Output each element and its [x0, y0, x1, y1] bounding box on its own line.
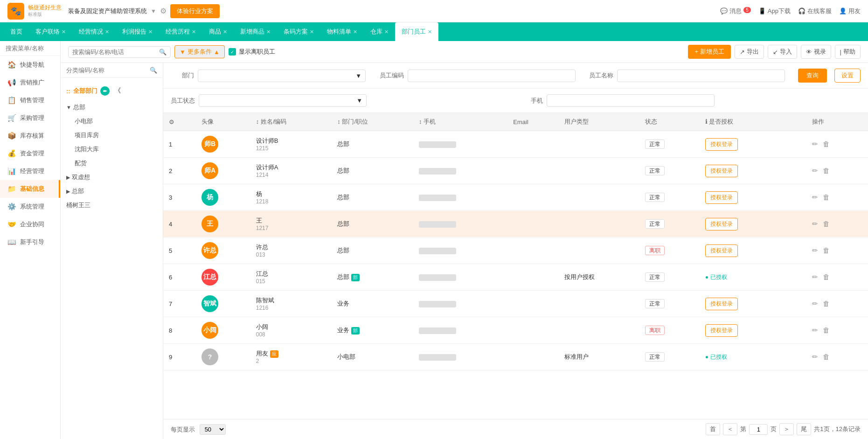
edit-button[interactable]: ✏ — [812, 246, 818, 254]
tab-home[interactable]: 首页 — [4, 22, 29, 41]
app-download-button[interactable]: 📱 App下载 — [758, 7, 791, 15]
tab-profit[interactable]: 利润报告✕ — [116, 22, 159, 41]
experience-button[interactable]: 体验行业方案 — [170, 4, 220, 18]
prev-page-button[interactable]: ＜ — [723, 423, 737, 435]
tab-warehouse[interactable]: 仓库✕ — [364, 22, 395, 41]
tab-bom-close[interactable]: ✕ — [353, 29, 357, 35]
delete-button[interactable]: 🗑 — [823, 167, 830, 174]
tab-new-goods-close[interactable]: ✕ — [266, 29, 271, 35]
edit-button[interactable]: ✏ — [812, 140, 818, 148]
sidebar-item-system[interactable]: ⚙️ 系统管理 — [0, 198, 60, 216]
delete-button[interactable]: 🗑 — [823, 300, 830, 307]
dept-search-icon[interactable]: 🔍 — [150, 67, 157, 74]
help-button[interactable]: | 帮助 — [835, 45, 861, 59]
dept-section-shuangxuxiang-header[interactable]: ▶ 双虚想 — [61, 170, 163, 184]
delete-button[interactable]: 🗑 — [823, 326, 830, 334]
col-settings[interactable]: ⚙ — [163, 113, 196, 131]
edit-button[interactable]: ✏ — [812, 273, 818, 281]
tab-operation-close[interactable]: ✕ — [105, 29, 109, 35]
delete-button[interactable]: 🗑 — [823, 140, 830, 148]
all-dept-item[interactable]: :: 全部部门 ✏ 《 — [61, 82, 163, 100]
auth-login-button[interactable]: 授权登录 — [705, 244, 738, 257]
tab-new-goods[interactable]: 新增商品✕ — [234, 22, 277, 41]
tab-history[interactable]: 经营历程✕ — [159, 22, 202, 41]
dept-filter-select[interactable]: ▼ — [198, 70, 366, 82]
dept-section-zongbu-header[interactable]: ▼ 总部 — [61, 100, 163, 114]
emp-status-select[interactable]: ▼ — [199, 94, 367, 107]
edit-button[interactable]: ✏ — [812, 193, 818, 201]
tab-history-close[interactable]: ✕ — [192, 29, 196, 35]
last-page-button[interactable]: 尾 — [797, 423, 811, 435]
collapse-icon[interactable]: 《 — [112, 85, 123, 97]
setting-button[interactable]: 设置 — [834, 69, 861, 83]
sidebar-item-ops[interactable]: 📊 经营管理 — [0, 162, 60, 180]
tab-goods-close[interactable]: ✕ — [223, 29, 227, 35]
search-input[interactable] — [72, 49, 156, 56]
dept-node-xiangmu[interactable]: 项目库房 — [61, 128, 163, 142]
emp-code-input[interactable] — [408, 70, 576, 82]
dept-node-peihuo[interactable]: 配货 — [61, 156, 163, 170]
tab-goods[interactable]: 商品✕ — [202, 22, 234, 41]
edit-button[interactable]: ✏ — [812, 167, 818, 174]
add-employee-button[interactable]: + 新增员工 — [688, 45, 730, 59]
sidebar-item-collab[interactable]: 🤝 企业协同 — [0, 216, 60, 233]
auth-login-button[interactable]: 授权登录 — [705, 298, 738, 310]
sidebar-item-basic[interactable]: 📁 基础信息 — [0, 180, 60, 198]
dept-section-tongshuwangsan-header[interactable]: 桶树王三 — [61, 198, 163, 212]
filter-button[interactable]: ▼ 更多条件 ▲ — [174, 45, 225, 58]
import-button[interactable]: ↙ 导入 — [768, 45, 797, 59]
delete-button[interactable]: 🗑 — [823, 353, 830, 361]
auth-login-button[interactable]: 授权登录 — [705, 191, 738, 204]
tab-operation[interactable]: 经营情况✕ — [72, 22, 116, 41]
tab-dept-staff-close[interactable]: ✕ — [428, 29, 432, 35]
msg-button[interactable]: 💬 消息 5 — [720, 7, 751, 15]
sidebar-item-quicknav[interactable]: 🏠 快捷导航 — [0, 56, 60, 74]
delete-button[interactable]: 🗑 — [823, 273, 830, 281]
query-button[interactable]: 查询 — [798, 69, 827, 83]
tab-barcode-close[interactable]: ✕ — [310, 29, 314, 35]
edit-dept-icon[interactable]: ✏ — [100, 86, 110, 96]
sidebar-item-sales[interactable]: 📋 销售管理 — [0, 91, 60, 109]
delete-button[interactable]: 🗑 — [823, 246, 830, 254]
page-input[interactable] — [749, 424, 768, 435]
search-icon[interactable]: 🔍 — [159, 49, 167, 56]
phone-input[interactable] — [547, 94, 715, 107]
auth-login-button[interactable]: 授权登录 — [705, 165, 738, 177]
col-name-code[interactable]: ↕ 姓名/编码 — [250, 113, 332, 131]
tab-customer[interactable]: 客户联络✕ — [29, 22, 72, 41]
edit-button[interactable]: ✏ — [812, 220, 818, 228]
dept-node-shenyang[interactable]: 沈阳大库 — [61, 142, 163, 156]
edit-button[interactable]: ✏ — [812, 353, 818, 361]
sidebar-search-input[interactable] — [6, 45, 61, 52]
user-button[interactable]: 👤 用友 — [839, 7, 861, 15]
auth-login-button[interactable]: 授权登录 — [705, 324, 738, 337]
edit-button[interactable]: ✏ — [812, 300, 818, 307]
service-button[interactable]: 🎧 在线客服 — [798, 7, 832, 15]
emp-name-input[interactable] — [617, 70, 785, 82]
sidebar-item-inventory[interactable]: 📦 库存核算 — [0, 127, 60, 145]
col-dept[interactable]: ↕ 部门/职位 — [332, 113, 413, 131]
sys-arrow-icon[interactable]: ▼ — [151, 8, 156, 14]
next-page-button[interactable]: ＞ — [779, 423, 794, 435]
tab-barcode[interactable]: 条码方案✕ — [277, 22, 320, 41]
auth-login-button[interactable]: 授权登录 — [705, 218, 738, 230]
export-button[interactable]: ↗ 导出 — [735, 45, 764, 59]
delete-button[interactable]: 🗑 — [823, 220, 830, 228]
tab-warehouse-close[interactable]: ✕ — [384, 29, 389, 35]
gear-icon[interactable]: ⚙ — [160, 7, 167, 15]
dept-search-input[interactable] — [66, 67, 147, 74]
per-page-select[interactable]: 50 100 — [200, 424, 226, 435]
delete-button[interactable]: 🗑 — [823, 193, 830, 201]
tab-dept-staff[interactable]: 部门员工✕ — [395, 22, 438, 41]
sidebar-item-marketing[interactable]: 📢 营销推广 — [0, 74, 60, 91]
edit-button[interactable]: ✏ — [812, 326, 818, 334]
show-inactive-checkbox[interactable]: ✓ — [229, 48, 236, 56]
sidebar-item-finance[interactable]: 💰 资金管理 — [0, 145, 60, 162]
dept-node-xiaodian[interactable]: 小电部 — [61, 114, 163, 128]
tab-profit-close[interactable]: ✕ — [148, 29, 153, 35]
col-phone[interactable]: ↕ 手机 — [413, 113, 507, 131]
tab-customer-close[interactable]: ✕ — [62, 29, 66, 35]
sidebar-item-purchase[interactable]: 🛒 采购管理 — [0, 109, 60, 127]
dept-section-zongbu2-header[interactable]: ▶ 总部 — [61, 184, 163, 198]
sidebar-item-guide[interactable]: 📖 新手引导 — [0, 233, 60, 251]
